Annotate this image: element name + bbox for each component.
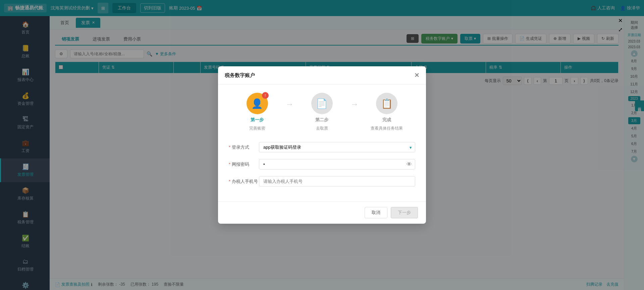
- clipboard-icon: 📋: [381, 98, 393, 109]
- modal-overlay[interactable]: 税务数字账户 ✕ 👤 ! 第一步 完善账密 →: [0, 0, 644, 290]
- password-field: * 网报密码 👁: [229, 159, 415, 169]
- step-1-badge: !: [262, 92, 269, 99]
- user-card-icon: 👤: [251, 98, 263, 109]
- step-3-icon: 📋: [376, 93, 397, 114]
- step-arrow-1: →: [285, 99, 293, 109]
- modal-title: 税务数字账户: [225, 72, 255, 79]
- step-2: 📄 第二步 去取票: [293, 93, 350, 131]
- modal-close-button[interactable]: ✕: [414, 72, 419, 79]
- modal-header: 税务数字账户 ✕: [218, 66, 426, 85]
- step-1: 👤 ! 第一步 完善账密: [229, 93, 285, 131]
- password-input-wrapper: 👁: [259, 159, 415, 169]
- step-2-sublabel: 去取票: [316, 126, 328, 131]
- step-1-icon: 👤 !: [247, 93, 268, 114]
- phone-label: * 办税人手机号: [229, 178, 259, 185]
- phone-input[interactable]: [259, 176, 415, 187]
- step-arrow-2: →: [351, 99, 359, 109]
- login-method-select[interactable]: app获取验证码登录 密码登录: [259, 142, 415, 152]
- password-toggle-icon[interactable]: 👁: [407, 161, 412, 167]
- step-2-label: 第二步: [315, 117, 328, 123]
- form-fields: * 登录方式 app获取验证码登录 密码登录 ▾ *: [229, 142, 415, 187]
- step-1-label: 第一步: [251, 117, 264, 123]
- login-method-label: * 登录方式: [229, 144, 259, 150]
- login-method-select-wrapper: app获取验证码登录 密码登录 ▾: [259, 142, 415, 152]
- password-input[interactable]: [259, 159, 415, 169]
- login-method-field: * 登录方式 app获取验证码登录 密码登录 ▾: [229, 142, 415, 152]
- next-step-button[interactable]: 下一步: [391, 207, 418, 218]
- modal-footer: 取消 下一步: [218, 201, 426, 224]
- modal-body: 👤 ! 第一步 完善账密 → 📄 第二步 去取票 →: [218, 85, 426, 201]
- cancel-button[interactable]: 取消: [365, 207, 387, 218]
- step-3: 📋 完成 查看具体任务结果: [359, 93, 415, 131]
- step-3-sublabel: 查看具体任务结果: [371, 126, 403, 131]
- document-icon: 📄: [316, 98, 328, 109]
- step-2-icon: 📄: [311, 93, 333, 114]
- phone-field: * 办税人手机号: [229, 176, 415, 187]
- digital-account-modal: 税务数字账户 ✕ 👤 ! 第一步 完善账密 →: [218, 66, 426, 224]
- step-1-sublabel: 完善账密: [249, 126, 265, 131]
- step-3-label: 完成: [382, 117, 391, 123]
- steps-indicator: 👤 ! 第一步 完善账密 → 📄 第二步 去取票 →: [229, 93, 415, 131]
- password-label: * 网报密码: [229, 161, 259, 167]
